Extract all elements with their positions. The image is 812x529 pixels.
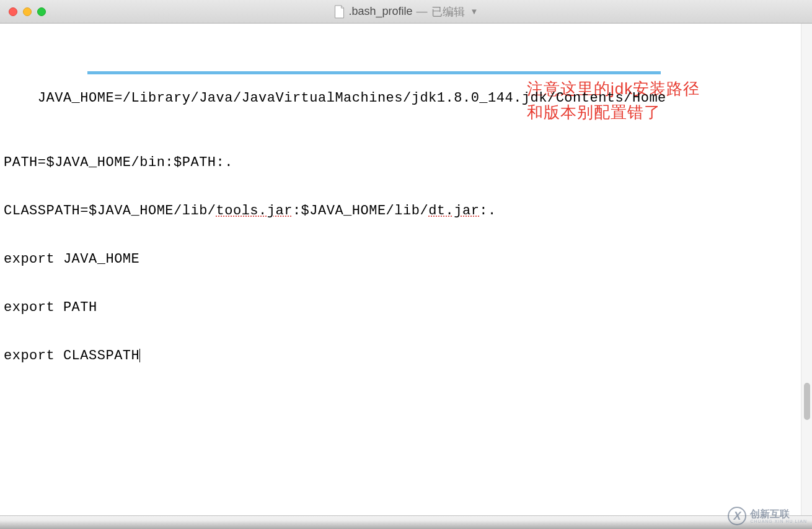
text-cursor	[139, 349, 140, 362]
code-export-path: export PATH	[4, 300, 97, 315]
code-classpath-dt: dt.jar	[428, 203, 479, 219]
window-titlebar: .bash_profile — 已编辑 ▼	[0, 0, 812, 24]
maximize-window-button[interactable]	[37, 7, 46, 16]
code-java-home-path: /Library/Java/JavaVirtualMachines/jdk1.8…	[123, 90, 666, 106]
code-line-2: PATH=$JAVA_HOME/bin:$PATH:.	[4, 155, 808, 171]
code-export-classpath: export CLASSPATH	[4, 348, 139, 364]
code-line-6: export CLASSPATH	[4, 348, 808, 364]
status-bar	[0, 515, 812, 529]
vertical-scrollbar-track[interactable]	[801, 24, 812, 515]
code-export-java-home: export JAVA_HOME	[4, 251, 139, 267]
code-line-4: export JAVA_HOME	[4, 251, 808, 268]
highlight-underline	[87, 71, 661, 74]
code-classpath-tools: tools.jar	[216, 203, 293, 219]
chevron-down-icon[interactable]: ▼	[470, 7, 479, 16]
code-path: PATH=$JAVA_HOME/bin:$PATH:.	[4, 155, 233, 170]
minimize-window-button[interactable]	[23, 7, 32, 16]
title-center[interactable]: .bash_profile — 已编辑 ▼	[334, 4, 479, 19]
document-icon	[334, 5, 345, 19]
title-filename: .bash_profile	[349, 5, 413, 18]
traffic-lights	[0, 7, 46, 16]
code-java-home-prefix: JAVA_HOME=	[38, 90, 123, 106]
code-classpath-a: CLASSPATH=$JAVA_HOME/lib/	[4, 203, 216, 219]
code-classpath-c: :$JAVA_HOME/lib/	[293, 203, 428, 219]
code-classpath-e: :.	[479, 203, 496, 219]
title-status: 已编辑	[431, 4, 465, 19]
code-line-5: export PATH	[4, 300, 808, 316]
text-editor-area[interactable]: JAVA_HOME=/Library/Java/JavaVirtualMachi…	[0, 24, 812, 415]
code-line-3: CLASSPATH=$JAVA_HOME/lib/tools.jar:$JAVA…	[4, 203, 808, 219]
title-separator: —	[417, 5, 428, 18]
close-window-button[interactable]	[9, 7, 17, 16]
vertical-scrollbar-thumb[interactable]	[804, 383, 810, 420]
